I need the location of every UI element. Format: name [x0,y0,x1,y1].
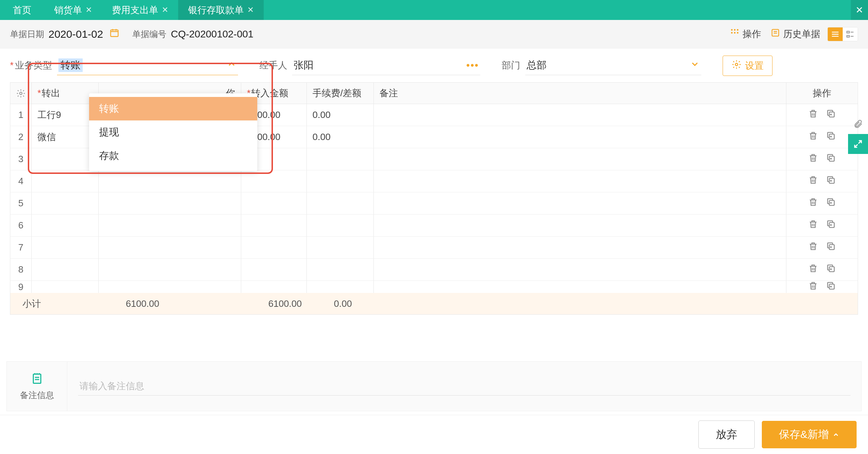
cell-fee[interactable] [307,281,374,293]
dropdown-option-withdraw[interactable]: 提现 [89,120,257,144]
cell-note[interactable] [374,148,786,170]
view-list-button[interactable] [828,27,843,41]
tab-label: 银行存取款单 [188,4,244,16]
cell-note[interactable] [374,192,786,214]
toolbar-ops-button[interactable]: 操作 [730,28,761,40]
cell-in-amount[interactable] [241,281,307,293]
save-add-button[interactable]: 保存&新增 [762,421,857,448]
cell-out-account[interactable] [32,192,99,214]
cell-in-amount[interactable] [241,259,307,280]
cell-note[interactable] [374,237,786,258]
delete-row-button[interactable] [808,219,818,232]
subtotal-label: 小计 [10,293,53,314]
cell-out-amount[interactable] [99,281,241,293]
toolbar-history-button[interactable]: 历史单据 [770,28,820,40]
copy-row-button[interactable] [826,197,836,210]
cell-ops [786,192,858,214]
cell-fee[interactable] [307,237,374,258]
cell-note[interactable] [374,259,786,280]
close-icon[interactable]: ✕ [162,5,168,15]
chevron-down-icon [690,59,700,72]
cell-fee[interactable] [307,215,374,236]
dept-value: 总部 [527,58,547,72]
cell-note[interactable] [374,104,786,126]
more-icon[interactable]: ••• [466,60,479,71]
cell-note[interactable] [374,126,786,148]
settings-label: 设置 [745,60,764,72]
settings-button[interactable]: 设置 [723,56,773,76]
dropdown-option-transfer[interactable]: 转账 [89,97,257,120]
cell-note[interactable] [374,281,786,293]
delete-row-button[interactable] [808,241,818,254]
cell-note[interactable] [374,215,786,236]
tab-label: 费用支出单 [112,4,158,16]
cell-note[interactable] [374,170,786,192]
cell-out-account[interactable] [32,281,99,293]
cell-fee[interactable] [307,148,374,170]
discard-button[interactable]: 放弃 [698,421,755,449]
biz-type-select[interactable]: 转账 [57,56,238,75]
cell-fee[interactable]: 0.00 [307,126,374,148]
column-settings-button[interactable] [10,83,32,104]
remark-icon-box: 备注信息 [7,362,67,411]
cell-fee[interactable] [307,259,374,280]
tab-bank-transfer[interactable]: 银行存取款单✕ [178,0,264,20]
cell-out-account[interactable] [32,215,99,236]
copy-row-button[interactable] [826,219,836,232]
delete-row-button[interactable] [808,109,818,121]
tab-home[interactable]: 首页 [0,0,44,20]
dropdown-option-deposit[interactable]: 存款 [89,144,257,167]
tab-sales[interactable]: 销货单✕ [44,0,102,20]
cell-out-amount[interactable] [99,170,241,192]
date-value[interactable]: 2020-01-02 [48,28,103,40]
th-note: 备注 [374,83,786,104]
cell-fee[interactable] [307,192,374,214]
cell-out-account[interactable] [32,259,99,280]
copy-row-button[interactable] [826,131,836,143]
copy-row-button[interactable] [826,281,836,293]
delete-row-button[interactable] [808,281,818,293]
cell-ops [786,170,858,192]
field-department: 部门 总部 [502,56,701,75]
expand-button[interactable] [848,134,868,154]
delete-row-button[interactable] [808,175,818,187]
copy-row-button[interactable] [826,175,836,187]
panel-close-button[interactable]: ✕ [851,0,868,20]
handler-input[interactable]: 张阳 ••• [292,56,480,75]
delete-row-button[interactable] [808,263,818,276]
calendar-icon[interactable] [109,28,119,40]
cell-out-account[interactable] [32,148,99,170]
copy-row-button[interactable] [826,263,836,276]
attachment-button[interactable] [848,114,868,134]
close-icon[interactable]: ✕ [247,5,254,15]
cell-ops [786,148,858,170]
cell-in-amount[interactable] [241,170,307,192]
dept-label: 部门 [502,59,520,72]
cell-out-account[interactable] [32,170,99,192]
dept-select[interactable]: 总部 [525,56,701,75]
close-icon[interactable]: ✕ [86,5,92,15]
cell-out-amount[interactable] [99,215,241,236]
tab-expense[interactable]: 费用支出单✕ [102,0,178,20]
cell-out-account[interactable]: 工行9 [32,104,99,126]
cell-in-amount[interactable] [241,215,307,236]
cell-out-account[interactable] [32,237,99,258]
delete-row-button[interactable] [808,131,818,143]
copy-row-button[interactable] [826,109,836,121]
copy-row-button[interactable] [826,241,836,254]
cell-out-account[interactable]: 微信 [32,126,99,148]
remark-input[interactable] [78,377,851,396]
cell-out-amount[interactable] [99,237,241,258]
cell-fee[interactable] [307,170,374,192]
cell-fee[interactable]: 0.00 [307,104,374,126]
view-compact-button[interactable] [843,27,858,41]
cell-out-amount[interactable] [99,259,241,280]
cell-out-amount[interactable] [99,192,241,214]
th-out-account: *转出 [32,83,99,104]
copy-row-button[interactable] [826,153,836,165]
cell-in-amount[interactable] [241,237,307,258]
cell-in-amount[interactable] [241,192,307,214]
delete-row-button[interactable] [808,197,818,210]
chevron-up-icon [832,429,839,441]
delete-row-button[interactable] [808,153,818,165]
